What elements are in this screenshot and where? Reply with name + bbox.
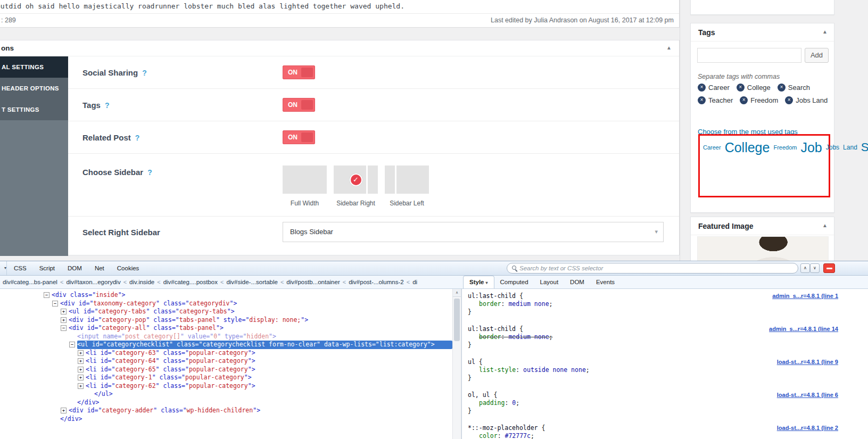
metabox-partial <box>690 0 834 15</box>
tag-cloud-link-college[interactable]: College <box>725 140 770 155</box>
breadcrumb-item[interactable]: di <box>412 279 417 285</box>
tags-metabox-title: Tags <box>698 28 715 37</box>
right-sidebar-select[interactable]: Blogs Sidebar ▾ <box>283 222 664 242</box>
css-selector: *::-moz-placeholder <box>468 424 538 432</box>
html-tree-row[interactable]: +<li id="category-65" class="popular-cat… <box>0 366 452 374</box>
html-tree-row[interactable]: </ul> <box>0 390 452 399</box>
expander-collapse-icon[interactable]: − <box>69 342 75 347</box>
tag-cloud-link-job[interactable]: Job <box>800 140 822 155</box>
remove-tag-icon[interactable]: × <box>778 84 786 92</box>
html-tree-row[interactable]: +<li id="category-64" class="popular-cat… <box>0 357 452 366</box>
expander-expand-icon[interactable]: + <box>78 383 84 389</box>
expander-expand-icon[interactable]: + <box>78 375 84 380</box>
breadcrumb-item[interactable]: div#postb...ontainer <box>286 279 340 285</box>
html-tree-row[interactable]: −<ul id="categorychecklist" class="categ… <box>0 341 452 349</box>
help-icon[interactable]: ? <box>147 168 152 177</box>
sidebar-choice-thumb[interactable]: ✓ <box>334 165 378 194</box>
html-tree-row[interactable]: </div> <box>0 399 452 407</box>
breadcrumb-item[interactable]: div#post-...olumns-2 <box>349 279 404 285</box>
search-next-button[interactable]: ∨ <box>810 263 820 273</box>
css-source-link[interactable]: admin_s...r=4.8.1 (line 14 <box>769 325 838 333</box>
scrollbar-thumb[interactable] <box>454 299 460 341</box>
html-tree-row[interactable]: −<div id="category-all" class="tabs-pane… <box>0 324 452 333</box>
html-tree-row[interactable]: +<li id="category-62" class="popular-cat… <box>0 382 452 391</box>
options-nav-t-settings[interactable]: T SETTINGS <box>0 99 68 120</box>
css-source-link[interactable]: load-st...r=4.8.1 (line 6 <box>777 391 838 399</box>
collapse-arrow-icon[interactable]: ▲ <box>666 45 672 51</box>
html-tree-row[interactable]: <input name="post_category[]" value="0" … <box>0 333 452 341</box>
remove-tag-icon[interactable]: × <box>740 96 748 104</box>
search-prev-button[interactable]: ∧ <box>800 263 810 273</box>
tag-cloud-link-freedom[interactable]: Freedom <box>773 144 797 151</box>
expander-expand-icon[interactable]: + <box>78 367 84 372</box>
scroll-up-button[interactable]: ∧ <box>453 289 461 297</box>
remove-tag-icon[interactable]: × <box>698 84 706 92</box>
toggle-switch-social-sharing[interactable]: ON <box>283 65 315 79</box>
sidebar-choice-thumb[interactable] <box>283 165 327 194</box>
help-icon[interactable]: ? <box>105 101 110 110</box>
tag-cloud-link-search[interactable]: Search <box>861 140 868 154</box>
options-nav-al-settings[interactable]: AL SETTINGS <box>0 56 68 78</box>
firebug-close-button[interactable] <box>823 263 835 273</box>
breadcrumb-item[interactable]: div#taxon...egorydiv <box>66 279 120 285</box>
expander-expand-icon[interactable]: + <box>78 358 84 364</box>
html-tree-row[interactable]: +<li id="category-1" class="popular-cate… <box>0 374 452 382</box>
style-panel-tab-events[interactable]: Events <box>590 276 621 288</box>
css-source-link[interactable]: load-st...r=4.8.1 (line 2 <box>777 424 838 432</box>
firebug-tab-dom[interactable]: DOM <box>61 261 88 275</box>
breadcrumb-item[interactable]: div.inside <box>129 279 154 285</box>
expander-collapse-icon[interactable]: − <box>52 301 58 307</box>
tag-cloud-link-land[interactable]: Land <box>843 144 857 151</box>
firebug-html-tab-partial[interactable]: ▾ <box>0 261 7 275</box>
help-icon[interactable]: ? <box>142 69 147 77</box>
toggle-switch-related-post[interactable]: ON <box>283 130 315 144</box>
breadcrumb-item[interactable]: div#categ...bs-panel <box>3 279 57 285</box>
new-tag-input[interactable] <box>697 48 801 63</box>
firebug-tab-css[interactable]: CSS <box>7 261 33 275</box>
html-tree-row[interactable]: +<div id="category-pop" class="tabs-pane… <box>0 316 452 325</box>
expander-expand-icon[interactable]: + <box>78 350 84 356</box>
breadcrumb-item[interactable]: div#categ....postbox <box>163 279 218 285</box>
expander-expand-icon[interactable]: + <box>61 408 67 413</box>
firebug-tab-script[interactable]: Script <box>33 261 61 275</box>
style-panel-tab-style[interactable]: Style▾ <box>463 276 494 288</box>
html-tree-row[interactable]: −<div id="taxonomy-category" class="cate… <box>0 300 452 308</box>
firebug-tab-cookies[interactable]: Cookies <box>111 261 146 275</box>
html-tree-row[interactable]: +<div id="category-adder" class="wp-hidd… <box>0 407 452 415</box>
collapse-arrow-icon[interactable]: ▲ <box>822 29 828 35</box>
semicolon: ; <box>549 333 553 341</box>
tag-cloud-link-jobs[interactable]: Jobs <box>826 144 839 151</box>
search-input[interactable] <box>519 264 790 272</box>
html-tree-row[interactable]: </div> <box>0 415 452 424</box>
expander-collapse-icon[interactable]: − <box>61 325 67 331</box>
style-panel-tab-dom[interactable]: DOM <box>564 276 590 288</box>
css-source-link[interactable]: admin_s...r=4.8.1 (line 1 <box>772 292 838 300</box>
expander-collapse-icon[interactable]: − <box>44 292 49 298</box>
add-tag-button[interactable]: Add <box>805 48 829 63</box>
colon: : <box>516 366 523 374</box>
html-tree-row[interactable]: −<div class="inside"> <box>0 291 452 300</box>
style-panel-tab-layout[interactable]: Layout <box>534 276 565 288</box>
remove-tag-icon[interactable]: × <box>698 96 706 104</box>
css-source-link[interactable]: load-st...r=4.8.1 (line 9 <box>777 358 838 366</box>
firebug-tab-net[interactable]: Net <box>88 261 111 275</box>
html-tree-node: </ul> <box>94 390 113 399</box>
options-nav-header-options[interactable]: HEADER OPTIONS <box>0 78 68 99</box>
expander-expand-icon[interactable]: + <box>61 309 67 314</box>
tag-cloud-link-career[interactable]: Career <box>703 144 721 151</box>
html-tree: −<div class="inside">−<div id="taxonomy-… <box>0 289 452 439</box>
help-icon[interactable]: ? <box>135 134 140 142</box>
remove-tag-icon[interactable]: × <box>737 84 745 92</box>
tree-scrollbar[interactable]: ∧ <box>452 289 461 439</box>
sidebar-choice-thumb[interactable] <box>385 165 429 194</box>
style-panel-tab-computed[interactable]: Computed <box>494 276 534 288</box>
tag-chip-label: College <box>747 84 771 92</box>
html-tree-row[interactable]: +<li id="category-63" class="popular-cat… <box>0 349 452 358</box>
remove-tag-icon[interactable]: × <box>785 96 793 104</box>
toggle-switch-tags[interactable]: ON <box>283 98 315 112</box>
breadcrumb-item[interactable]: div#side-...sortable <box>226 279 278 285</box>
html-tree-row[interactable]: +<ul id="category-tabs" class="category-… <box>0 308 452 316</box>
collapse-arrow-icon[interactable]: ▲ <box>822 222 828 228</box>
tag-chip-teacher: ×Teacher <box>698 96 733 104</box>
expander-expand-icon[interactable]: + <box>61 317 67 323</box>
